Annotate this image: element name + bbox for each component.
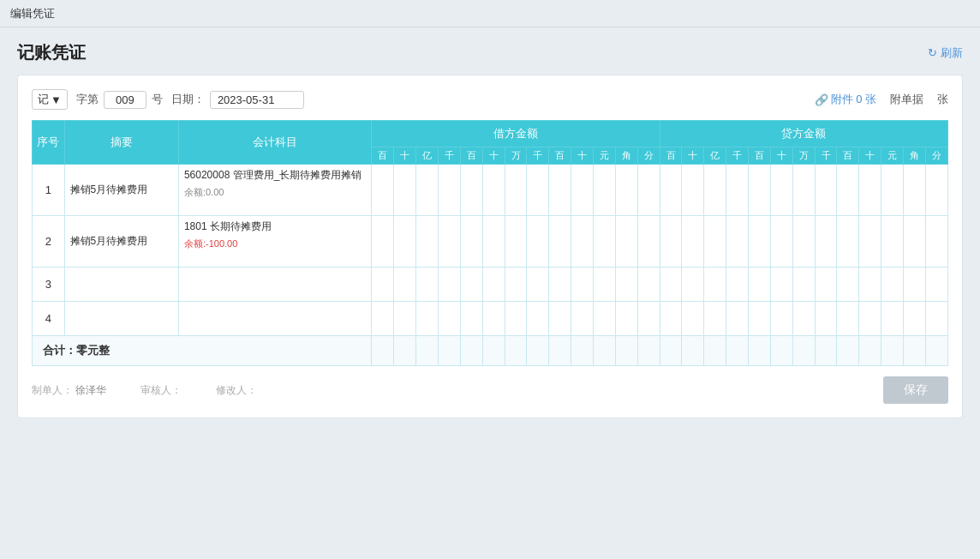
row-3-debit-4[interactable]: [460, 302, 482, 336]
row-0-summary[interactable]: 摊销5月待摊费用: [64, 165, 178, 216]
row-2-subject[interactable]: [178, 267, 372, 302]
row-1-credit-7[interactable]: [815, 216, 837, 267]
row-0-credit-7[interactable]: [815, 165, 837, 216]
row-2-summary[interactable]: [64, 267, 178, 302]
row-3-credit-9[interactable]: [859, 302, 881, 336]
row-1-summary[interactable]: 摊销5月待摊费用: [64, 216, 178, 267]
row-3-credit-4[interactable]: [749, 302, 771, 336]
row-3-credit-0[interactable]: [660, 302, 682, 336]
row-2-credit-3[interactable]: [726, 267, 749, 302]
row-0-credit-6[interactable]: [792, 165, 815, 216]
row-2-debit-2[interactable]: [416, 267, 439, 302]
row-0-debit-11[interactable]: [615, 165, 637, 216]
row-1-credit-6[interactable]: [792, 216, 815, 267]
row-3-credit-12[interactable]: [925, 302, 947, 336]
row-2-credit-0[interactable]: [660, 267, 682, 302]
date-input[interactable]: [210, 91, 304, 109]
row-1-debit-7[interactable]: [527, 216, 549, 267]
row-2-debit-12[interactable]: [637, 267, 660, 302]
row-3-credit-5[interactable]: [770, 302, 792, 336]
row-3-subject[interactable]: [178, 302, 372, 336]
row-2-credit-12[interactable]: [925, 267, 947, 302]
row-1-debit-4[interactable]: [460, 216, 482, 267]
row-3-debit-2[interactable]: [416, 302, 439, 336]
row-3-credit-6[interactable]: [792, 302, 815, 336]
row-2-credit-7[interactable]: [815, 267, 837, 302]
row-1-credit-12[interactable]: [925, 216, 947, 267]
row-1-debit-3[interactable]: [439, 216, 461, 267]
row-0-credit-3[interactable]: [726, 165, 749, 216]
row-3-debit-12[interactable]: [637, 302, 660, 336]
row-3-debit-3[interactable]: [439, 302, 461, 336]
row-1-debit-5[interactable]: [482, 216, 505, 267]
row-2-debit-5[interactable]: [482, 267, 505, 302]
row-0-subject[interactable]: 56020008 管理费用_长期待摊费用摊销余额:0.00: [178, 165, 372, 216]
row-1-credit-8[interactable]: [837, 216, 859, 267]
row-0-debit-12[interactable]: [637, 165, 660, 216]
row-0-debit-1[interactable]: [394, 165, 416, 216]
row-2-credit-6[interactable]: [792, 267, 815, 302]
row-3-debit-0[interactable]: [372, 302, 394, 336]
row-3-debit-10[interactable]: [594, 302, 616, 336]
row-2-debit-10[interactable]: [594, 267, 616, 302]
refresh-button[interactable]: ↻ 刷新: [928, 45, 963, 61]
row-3-credit-10[interactable]: [881, 302, 904, 336]
row-1-debit-1[interactable]: [394, 216, 416, 267]
row-0-credit-5[interactable]: [770, 165, 792, 216]
row-1-debit-11[interactable]: [615, 216, 637, 267]
row-3-debit-11[interactable]: [615, 302, 637, 336]
row-1-subject[interactable]: 1801 长期待摊费用余额:-100.00: [178, 216, 372, 267]
row-0-credit-9[interactable]: [859, 165, 881, 216]
row-2-debit-3[interactable]: [439, 267, 461, 302]
row-1-debit-8[interactable]: [549, 216, 571, 267]
row-1-credit-5[interactable]: [770, 216, 792, 267]
row-3-debit-5[interactable]: [482, 302, 505, 336]
row-2-debit-9[interactable]: [571, 267, 594, 302]
row-2-debit-4[interactable]: [460, 267, 482, 302]
row-0-credit-2[interactable]: [704, 165, 726, 216]
row-0-credit-8[interactable]: [837, 165, 859, 216]
row-3-credit-7[interactable]: [815, 302, 837, 336]
row-1-debit-9[interactable]: [571, 216, 594, 267]
row-1-debit-2[interactable]: [416, 216, 439, 267]
row-2-credit-11[interactable]: [904, 267, 926, 302]
row-0-debit-4[interactable]: [460, 165, 482, 216]
row-1-credit-10[interactable]: [881, 216, 904, 267]
voucher-number-input[interactable]: [104, 91, 146, 109]
row-3-debit-7[interactable]: [527, 302, 549, 336]
row-2-credit-2[interactable]: [704, 267, 726, 302]
row-1-credit-11[interactable]: [904, 216, 926, 267]
row-0-debit-2[interactable]: [416, 165, 439, 216]
row-3-summary[interactable]: [64, 302, 178, 336]
save-button[interactable]: 保存: [883, 376, 948, 404]
row-1-credit-9[interactable]: [859, 216, 881, 267]
row-2-credit-5[interactable]: [770, 267, 792, 302]
row-2-credit-1[interactable]: [682, 267, 704, 302]
row-2-credit-4[interactable]: [749, 267, 771, 302]
row-3-credit-2[interactable]: [704, 302, 726, 336]
row-0-credit-4[interactable]: [749, 165, 771, 216]
row-1-credit-2[interactable]: [704, 216, 726, 267]
row-0-debit-0[interactable]: [372, 165, 394, 216]
row-1-debit-10[interactable]: [594, 216, 616, 267]
row-2-debit-0[interactable]: [372, 267, 394, 302]
row-0-debit-7[interactable]: [527, 165, 549, 216]
row-0-debit-5[interactable]: [482, 165, 505, 216]
row-2-credit-10[interactable]: [881, 267, 904, 302]
row-2-credit-8[interactable]: [837, 267, 859, 302]
row-0-debit-10[interactable]: [594, 165, 616, 216]
row-3-credit-11[interactable]: [904, 302, 926, 336]
row-2-debit-7[interactable]: [527, 267, 549, 302]
row-0-credit-11[interactable]: [904, 165, 926, 216]
row-3-credit-1[interactable]: [682, 302, 704, 336]
row-1-debit-0[interactable]: [372, 216, 394, 267]
row-1-credit-4[interactable]: [749, 216, 771, 267]
row-0-credit-10[interactable]: [881, 165, 904, 216]
row-0-credit-12[interactable]: [925, 165, 947, 216]
attachment-link[interactable]: 🔗 附件 0 张: [815, 92, 876, 107]
row-3-debit-8[interactable]: [549, 302, 571, 336]
row-0-credit-1[interactable]: [682, 165, 704, 216]
row-2-debit-8[interactable]: [549, 267, 571, 302]
row-1-credit-3[interactable]: [726, 216, 749, 267]
row-1-debit-6[interactable]: [505, 216, 527, 267]
